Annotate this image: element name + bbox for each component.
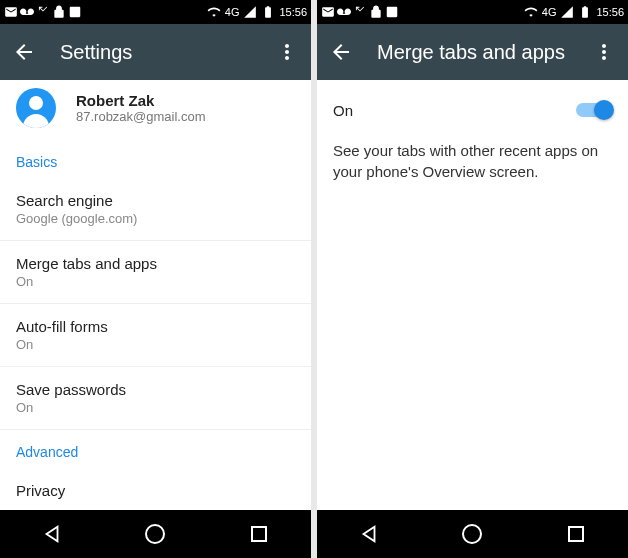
avatar (16, 88, 56, 128)
page-title: Merge tabs and apps (377, 41, 592, 64)
account-row[interactable]: Robert Zak 87.robzak@gmail.com (0, 80, 311, 140)
back-icon[interactable] (12, 40, 36, 64)
signal-icon (243, 5, 257, 19)
nav-home-button[interactable] (125, 510, 185, 558)
clock: 15:56 (596, 6, 624, 18)
network-label: 4G (225, 6, 240, 18)
voicemail-icon (337, 5, 351, 19)
section-advanced: Advanced (0, 430, 311, 468)
section-basics: Basics (0, 140, 311, 178)
nav-bar (317, 510, 628, 558)
lock-icon (369, 5, 383, 19)
phone-merge-tabs: 4G 15:56 Merge tabs and apps On See your… (317, 0, 628, 558)
pref-merge-tabs[interactable]: Merge tabs and apps On (0, 241, 311, 304)
nav-home-button[interactable] (442, 510, 502, 558)
nav-back-icon (41, 523, 63, 545)
app-bar: Merge tabs and apps (317, 24, 628, 80)
account-name: Robert Zak (76, 92, 206, 109)
signal-icon (560, 5, 574, 19)
toggle-row[interactable]: On (317, 80, 628, 140)
content: On See your tabs with other recent apps … (317, 80, 628, 510)
pref-privacy[interactable]: Privacy (0, 468, 311, 510)
nav-recent-icon (568, 526, 584, 542)
nav-home-icon (145, 524, 165, 544)
screenshot-icon (385, 5, 399, 19)
toggle-switch[interactable] (576, 100, 612, 120)
phone-settings: 4G 15:56 Settings Robert Zak 87.robzak@g… (0, 0, 311, 558)
page-title: Settings (60, 41, 275, 64)
account-email: 87.robzak@gmail.com (76, 109, 206, 124)
clock: 15:56 (279, 6, 307, 18)
gmail-icon (4, 5, 18, 19)
toggle-label: On (333, 102, 576, 119)
overflow-menu-icon[interactable] (275, 40, 299, 64)
description-text: See your tabs with other recent apps on … (317, 140, 628, 182)
phone-missed-icon (36, 5, 50, 19)
nav-recent-button[interactable] (546, 510, 606, 558)
nav-back-button[interactable] (339, 510, 399, 558)
network-label: 4G (542, 6, 557, 18)
overflow-menu-icon[interactable] (592, 40, 616, 64)
app-bar: Settings (0, 24, 311, 80)
gmail-icon (321, 5, 335, 19)
nav-recent-icon (251, 526, 267, 542)
battery-icon (261, 5, 275, 19)
nav-back-button[interactable] (22, 510, 82, 558)
status-bar: 4G 15:56 (317, 0, 628, 24)
pref-search-engine[interactable]: Search engine Google (google.com) (0, 178, 311, 241)
phone-missed-icon (353, 5, 367, 19)
status-bar: 4G 15:56 (0, 0, 311, 24)
wifi-icon (207, 5, 221, 19)
lock-icon (52, 5, 66, 19)
nav-back-icon (358, 523, 380, 545)
battery-icon (578, 5, 592, 19)
back-icon[interactable] (329, 40, 353, 64)
nav-recent-button[interactable] (229, 510, 289, 558)
screenshot-icon (68, 5, 82, 19)
nav-bar (0, 510, 311, 558)
pref-autofill[interactable]: Auto-fill forms On (0, 304, 311, 367)
wifi-icon (524, 5, 538, 19)
nav-home-icon (462, 524, 482, 544)
voicemail-icon (20, 5, 34, 19)
content: Robert Zak 87.robzak@gmail.com Basics Se… (0, 80, 311, 510)
pref-save-passwords[interactable]: Save passwords On (0, 367, 311, 430)
